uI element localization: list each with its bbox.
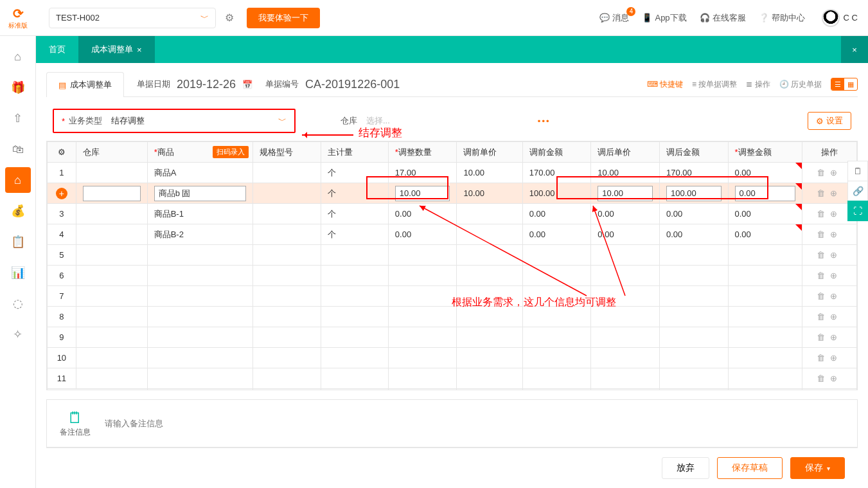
table-row[interactable]: 9🗑⊕ — [48, 327, 857, 348]
gear-icon[interactable]: ⚙ — [225, 12, 234, 24]
delete-icon[interactable]: 🗑 — [817, 250, 830, 260]
sidebar-sync-icon[interactable]: ◌ — [5, 291, 31, 316]
calendar-icon[interactable]: 📅 — [242, 80, 252, 89]
view-list-icon[interactable]: ☰ — [831, 78, 844, 90]
col-unit: 主计量 — [321, 142, 388, 163]
sidebar-money-icon[interactable]: 💰 — [5, 198, 31, 224]
copy-icon[interactable]: ⊕ — [830, 332, 842, 342]
sidebar-warehouse-icon[interactable]: ⌂ — [5, 167, 31, 193]
byorder-link[interactable]: ≡ 按单据调整 — [692, 79, 737, 90]
sidebar-home-icon[interactable]: ⌂ — [5, 44, 31, 69]
help-link[interactable]: ❔帮助中心 — [759, 12, 805, 24]
docno-label: 单据编号 — [265, 78, 299, 90]
sidebar-bag-icon[interactable]: 🛍 — [5, 136, 31, 162]
add-row-icon[interactable]: + — [56, 188, 67, 199]
subtotal-row: 小计 27.00 270.00 270.00 0.00 — [48, 389, 857, 391]
business-type-value: 结存调整 — [111, 115, 145, 127]
sidebar-clipboard-icon[interactable]: 📋 — [5, 229, 31, 255]
tab-cost-adjustment[interactable]: 成本调整单× — [78, 36, 155, 63]
app-download-link[interactable]: 📱App下载 — [642, 12, 686, 24]
col-postprice: 调后单价 — [591, 142, 660, 163]
remarks-input[interactable] — [103, 418, 844, 429]
copy-icon[interactable]: ⊕ — [830, 353, 842, 363]
delete-icon[interactable]: 🗑 — [817, 168, 830, 177]
table-row[interactable]: 1商品A个17.0010.00170.0010.00170.000.00🗑⊕ — [48, 163, 857, 183]
link-icon[interactable]: 🔗 — [847, 181, 868, 201]
delete-icon[interactable]: 🗑 — [817, 374, 830, 383]
sidebar-gift-icon[interactable]: 🎁 — [5, 75, 31, 100]
postamt-input[interactable]: 100.00 — [666, 186, 722, 201]
copy-icon[interactable]: ⊕ — [830, 168, 842, 177]
remarks-section: 🗒 备注信息 — [46, 399, 858, 447]
shortcut-link[interactable]: ⌨ 快捷键 — [647, 79, 683, 90]
delete-icon[interactable]: 🗑 — [817, 312, 830, 321]
delete-icon[interactable]: 🗑 — [817, 291, 830, 301]
table-header-row: ⚙ 仓库 *商品扫码录入 规格型号 主计量 *调整数量 调前单价 调前金额 调后… — [48, 142, 857, 163]
chevron-down-icon: ▾ — [827, 465, 830, 472]
delete-icon[interactable]: 🗑 — [817, 353, 830, 363]
close-icon[interactable]: × — [137, 45, 142, 55]
date-label: 单据日期 — [137, 78, 170, 90]
table-row[interactable]: 8🗑⊕ — [48, 307, 857, 327]
service-link[interactable]: 🎧在线客服 — [700, 12, 746, 24]
business-type-select[interactable]: * 业务类型 结存调整 ﹀ — [53, 109, 296, 133]
table-row[interactable]: 5🗑⊕ — [48, 245, 857, 266]
delete-icon[interactable]: 🗑 — [817, 271, 830, 280]
delete-icon[interactable]: 🗑 — [817, 332, 830, 342]
company-select[interactable]: TEST-H002 ﹀ — [49, 8, 216, 28]
table-row[interactable]: 4商品B-2个0.000.000.000.000.00🗑⊕ — [48, 224, 857, 245]
notes-icon: 🗒 — [60, 409, 91, 427]
copy-icon[interactable]: ⊕ — [830, 209, 842, 219]
warehouse-label: 仓库 — [341, 115, 357, 127]
postprice-input[interactable]: 10.00 — [598, 186, 653, 201]
top-bar: ⟳ 标准版 TEST-H002 ﹀ ⚙ 我要体验一下 💬 消息 4 📱App下载… — [0, 0, 868, 36]
view-toggle[interactable]: ☰ ▦ — [831, 78, 858, 91]
try-button[interactable]: 我要体验一下 — [247, 8, 320, 28]
copy-icon[interactable]: ⊕ — [830, 312, 842, 321]
remarks-label: 备注信息 — [60, 427, 91, 438]
date-value[interactable]: 2019-12-26 — [177, 78, 236, 91]
right-float-bar: 🗒 🔗 ⛶ — [847, 161, 868, 221]
copy-icon[interactable]: ⊕ — [830, 374, 842, 383]
ops-link[interactable]: ≣ 操作 — [746, 79, 770, 90]
qty-input[interactable]: 10.00 — [395, 186, 450, 201]
tab-home[interactable]: 首页 — [36, 36, 78, 63]
save-button[interactable]: 保存▾ — [790, 457, 845, 479]
sidebar: ⌂ 🎁 ⇧ 🛍 ⌂ 💰 📋 📊 ◌ ✧ — [0, 36, 36, 488]
copy-icon[interactable]: ⊕ — [830, 250, 842, 260]
copy-icon[interactable]: ⊕ — [830, 188, 842, 198]
copy-icon[interactable]: ⊕ — [830, 271, 842, 280]
copy-icon[interactable]: ⊕ — [830, 230, 842, 239]
col-warehouse: 仓库 — [76, 142, 147, 163]
discard-button[interactable]: 放弃 — [662, 457, 709, 479]
history-link[interactable]: 🕘 历史单据 — [779, 79, 822, 90]
scan-tag[interactable]: 扫码录入 — [213, 146, 249, 158]
table-row[interactable]: 10🗑⊕ — [48, 348, 857, 368]
table-row[interactable]: 3商品B-1个0.000.000.000.000.00🗑⊕ — [48, 204, 857, 224]
expand-icon[interactable]: ⛶ — [847, 201, 868, 221]
tabs-close-all[interactable]: × — [841, 36, 868, 63]
settings-button[interactable]: ⚙设置 — [808, 112, 851, 130]
table-row[interactable]: +商品b 固个10.0010.00100.0010.00100.000.00🗑⊕ — [48, 183, 857, 204]
sidebar-report-icon[interactable]: 📊 — [5, 260, 31, 285]
more-dots-icon[interactable]: ••• — [538, 116, 551, 126]
avatar[interactable] — [822, 9, 840, 27]
delete-icon[interactable]: 🗑 — [817, 230, 830, 239]
delete-icon[interactable]: 🗑 — [817, 209, 830, 219]
delete-icon[interactable]: 🗑 — [817, 188, 830, 198]
col-product: *商品扫码录入 — [147, 142, 252, 163]
note-icon[interactable]: 🗒 — [847, 161, 868, 181]
save-draft-button[interactable]: 保存草稿 — [717, 457, 783, 479]
adjamt-input[interactable]: 0.00 — [735, 186, 795, 201]
messages-link[interactable]: 💬 消息 4 — [599, 12, 629, 24]
view-grid-icon[interactable]: ▦ — [844, 78, 857, 90]
table-row[interactable]: 11🗑⊕ — [48, 368, 857, 389]
table-row[interactable]: 6🗑⊕ — [48, 266, 857, 286]
copy-icon[interactable]: ⊕ — [830, 291, 842, 301]
gear-header-icon[interactable]: ⚙ — [48, 142, 76, 163]
sidebar-new-icon[interactable]: ✧ — [5, 321, 31, 347]
product-input[interactable]: 商品b 固 — [154, 186, 246, 201]
sidebar-up-icon[interactable]: ⇧ — [5, 105, 31, 131]
document-tab[interactable]: ▤ 成本调整单 — [46, 72, 124, 97]
warehouse-input[interactable] — [83, 186, 141, 201]
